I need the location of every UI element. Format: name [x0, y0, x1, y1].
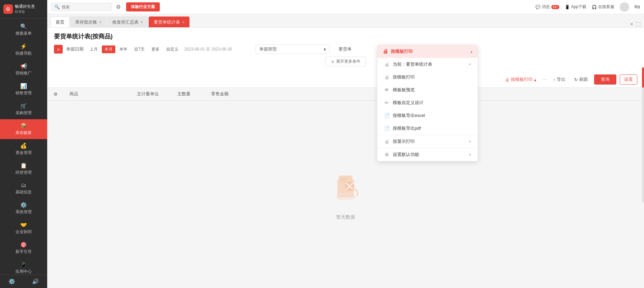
- date-tab-custom[interactable]: 自定义: [164, 45, 181, 53]
- export-button[interactable]: ↑ 导出: [551, 75, 568, 84]
- dropdown-item-template-preview[interactable]: 👁 模板板预览: [377, 84, 478, 96]
- display-print-arrow-icon: ▾: [469, 139, 471, 144]
- sidebar-item-cooperation[interactable]: 🤝 企业协同: [0, 218, 47, 238]
- sidebar-item-finance-label: 资金管理: [16, 150, 32, 156]
- tab-order-stats-close[interactable]: ×: [182, 20, 184, 25]
- sidebar-item-purchase[interactable]: 🛒 采购管理: [0, 99, 47, 119]
- dropdown-item-export-pdf[interactable]: 📄 按模板导出pdf: [377, 122, 478, 135]
- dropdown-header[interactable]: 🖨 按模板打印 ▴: [377, 45, 478, 58]
- date-filter-label: 单据日期: [66, 46, 84, 52]
- finance-nav-icon: 💰: [20, 142, 27, 149]
- template-design-item-icon: ✏: [384, 100, 389, 105]
- online-service-icon: 🎧: [592, 5, 597, 9]
- search-nav-icon: 🔍: [20, 23, 27, 30]
- app-download-button[interactable]: 📱 App下载: [565, 4, 586, 10]
- sidebar-item-app-center[interactable]: 📱 应用中心: [0, 258, 47, 275]
- template-print-chevron-up-icon: ▴: [534, 77, 536, 82]
- date-tab-current-year[interactable]: 本年: [117, 45, 130, 53]
- template-print-button[interactable]: 🖨 按模板打印 ▴: [502, 75, 539, 84]
- online-service-button[interactable]: 🎧 在线客服: [592, 4, 614, 10]
- sidebar-item-purchase-label: 采购管理: [16, 110, 32, 116]
- th-quantity: 主数量: [172, 91, 206, 97]
- tab-collect-summary-close[interactable]: ×: [141, 20, 143, 25]
- date-tab-last7[interactable]: 近7天: [131, 45, 147, 53]
- sidebar-item-base-label: 基础信息: [16, 189, 32, 195]
- dropdown-item-export-excel[interactable]: 📄 按模板导出excel: [377, 109, 478, 122]
- export-label: 导出: [557, 76, 565, 83]
- filter-expand-icon: »: [57, 46, 60, 52]
- topbar-search-box[interactable]: 🔍: [51, 3, 112, 11]
- dropdown-item-template-design[interactable]: ✏ 模板自定义设计: [377, 96, 478, 109]
- query-button[interactable]: 查询: [594, 74, 616, 85]
- sidebar-item-search-label: 搜索菜单: [16, 31, 32, 36]
- sidebar-item-operations[interactable]: 📋 经营管理: [0, 159, 47, 179]
- app-download-icon: 📱: [565, 5, 570, 9]
- date-tab-more[interactable]: 更多: [149, 45, 162, 53]
- topbar: 🔍 ⚙ 体验行业方案 💬 消息 99+ 📱 App下载 🎧 在线客服 Rit: [47, 0, 644, 14]
- refresh-button[interactable]: ↻ 刷新: [572, 75, 591, 84]
- svg-rect-6: [340, 178, 348, 179]
- sidebar-item-inventory[interactable]: 📦 库存核算: [0, 119, 47, 139]
- sidebar-item-finance[interactable]: 💰 资金管理: [0, 139, 47, 159]
- set-default-label: 设置默认功能: [393, 152, 419, 158]
- settings-button[interactable]: 设置: [620, 74, 637, 85]
- marketing-nav-icon: 📢: [20, 63, 27, 69]
- th-settings[interactable]: ⚙: [47, 92, 64, 97]
- sidebar-item-cooperation-label: 企业协同: [16, 229, 32, 235]
- topbar-promo-button[interactable]: 体验行业方案: [126, 2, 160, 11]
- tab-home-label: 首页: [56, 19, 64, 25]
- sidebar-item-search[interactable]: 🔍 搜索菜单: [0, 20, 47, 40]
- tab-order-stats[interactable]: 要货单统计表 ×: [149, 17, 189, 27]
- more-actions-icon[interactable]: ···: [543, 76, 547, 83]
- user-avatar[interactable]: [620, 2, 629, 12]
- sidebar-item-shortcut-label: 快捷导航: [16, 51, 32, 56]
- notification-label: 消息: [542, 4, 550, 10]
- date-tab-current-month[interactable]: 本月: [102, 45, 115, 53]
- tab-home[interactable]: 首页: [51, 17, 69, 27]
- export-excel-item-label: 按模板导出excel: [393, 113, 425, 119]
- date-tab-prev-month[interactable]: 上月: [87, 45, 100, 53]
- sidebar-item-sales[interactable]: 📊 销售管理: [0, 79, 47, 99]
- sidebar-item-sales-label: 销售管理: [16, 90, 32, 96]
- dropdown-item-template-print[interactable]: 🖨 按模板打印: [377, 71, 478, 84]
- template-preview-item-label: 模板板预览: [393, 87, 415, 93]
- tab-collect-summary[interactable]: 收发存汇总表 ×: [107, 17, 148, 27]
- dropdown-header-left: 🖨 按模板打印: [383, 49, 413, 55]
- topbar-settings-icon[interactable]: ⚙: [116, 4, 121, 10]
- sidebar-item-shortcut[interactable]: ⚡ 快捷导航: [0, 40, 47, 60]
- sidebar-item-system-label: 系统管理: [16, 209, 32, 215]
- tab-batch-account[interactable]: 库存批次账 ×: [70, 17, 107, 27]
- sidebar-item-guide-label: 新手引导: [16, 249, 32, 255]
- tab-close-all-icon[interactable]: ×: [630, 21, 633, 27]
- template-print-item-icon: 🖨: [384, 74, 389, 80]
- filter-expand-button[interactable]: »: [54, 45, 63, 54]
- date-tab-group: 上月 本月 本年 近7天 更多 自定义 2023-06-01 至 2023-06…: [87, 45, 232, 53]
- sidebar-item-system[interactable]: ⚙️ 系统管理: [0, 198, 47, 218]
- sidebar-item-base[interactable]: 🗂 基础信息: [0, 179, 47, 198]
- right-scrollbar[interactable]: [642, 67, 644, 202]
- bottom-settings-icon[interactable]: ⚙️: [8, 278, 15, 285]
- sidebar-item-marketing-label: 营销推广: [16, 70, 32, 76]
- display-print-label: 按显示打印: [393, 138, 415, 145]
- set-default-item[interactable]: ⚙ 设置默认功能 ▾: [377, 148, 478, 161]
- sidebar-item-guide[interactable]: 🎯 新手引导: [0, 238, 47, 258]
- template-print-item-label: 按模板打印: [393, 74, 415, 80]
- export-pdf-item-label: 按模板导出pdf: [393, 125, 421, 131]
- tab-batch-account-close[interactable]: ×: [99, 20, 101, 25]
- template-preview-item-icon: 👁: [384, 87, 389, 93]
- bottom-volume-icon[interactable]: 🔊: [32, 278, 39, 285]
- app-version: 标准版: [15, 9, 35, 14]
- th-product: 商品: [64, 91, 131, 97]
- tab-maximize-icon[interactable]: ⛶: [636, 22, 641, 27]
- display-print-item[interactable]: 🖨 按显示打印 ▾: [377, 135, 478, 148]
- sidebar-nav: 🔍 搜索菜单 ⚡ 快捷导航 📢 营销推广 📊 销售管理 🛒 采购管理 📦 库存核…: [0, 19, 47, 275]
- sidebar-item-marketing[interactable]: 📢 营销推广: [0, 60, 47, 79]
- display-print-icon: 🖨: [384, 139, 389, 144]
- current-template-label: 当前：要货单统计表: [393, 61, 432, 67]
- expand-more-button[interactable]: ∨ 展开更多条件: [325, 57, 366, 66]
- right-scrollbar-thumb[interactable]: [642, 67, 644, 88]
- search-input[interactable]: [62, 5, 106, 9]
- order-type-select[interactable]: 单据类型 ▾: [256, 44, 330, 54]
- dropdown-current-template[interactable]: 🖨 当前：要货单统计表 ▾: [377, 58, 478, 71]
- notification-button[interactable]: 💬 消息 99+: [535, 4, 559, 10]
